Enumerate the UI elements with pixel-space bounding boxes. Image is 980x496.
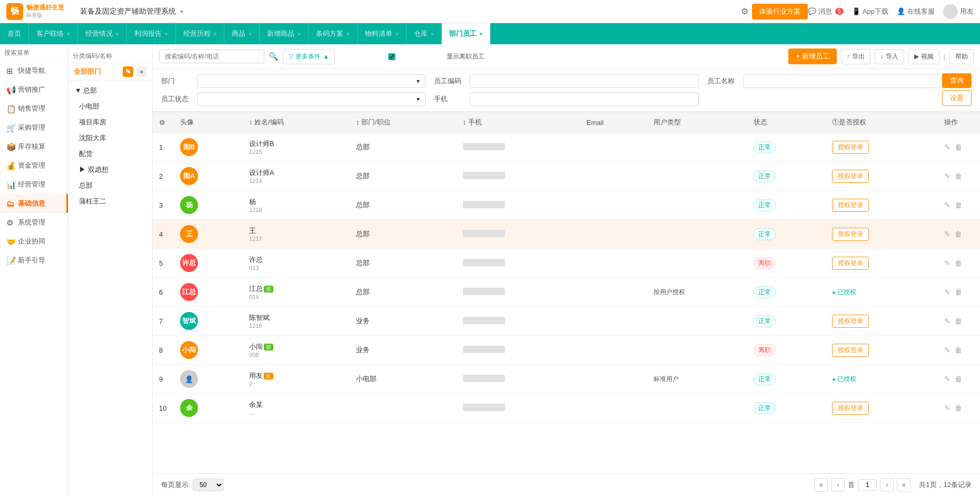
- auth-login-button[interactable]: 授权登录: [832, 257, 869, 270]
- dept-node-puzhuwanger[interactable]: 蒲柱王二: [68, 193, 152, 209]
- dept-node-zongbu2[interactable]: 总部: [68, 178, 152, 193]
- dropdown-arrow-icon[interactable]: ▾: [180, 8, 183, 15]
- show-resigned-checkbox[interactable]: [339, 53, 444, 60]
- nav-tab-客户联络[interactable]: 客户联络×: [29, 23, 78, 44]
- auth-login-button[interactable]: 授权登录: [832, 228, 869, 241]
- sidebar-item-collab[interactable]: 🤝企业协同: [0, 232, 68, 251]
- auth-login-button[interactable]: 授权登录: [832, 170, 869, 183]
- dept-node-zongbu-root[interactable]: ▼ 总部: [68, 83, 152, 99]
- dept-filter-select[interactable]: ▾: [197, 74, 425, 88]
- edit-icon[interactable]: ✎: [944, 259, 951, 267]
- close-tab-icon[interactable]: ×: [67, 31, 70, 37]
- edit-icon[interactable]: ✎: [944, 375, 951, 383]
- sidebar-item-finance[interactable]: 💰资金管理: [0, 156, 68, 175]
- nav-tab-部门员工[interactable]: 部门员工×: [442, 23, 491, 44]
- prev-page-button[interactable]: ‹: [831, 478, 845, 492]
- message-button[interactable]: 💬 消息 5: [808, 7, 844, 16]
- close-tab-icon[interactable]: ×: [116, 31, 119, 37]
- sidebar-item-quick-nav[interactable]: ⊞快捷导航: [0, 61, 68, 80]
- import-button[interactable]: ↓ 导入: [875, 49, 904, 64]
- delete-icon[interactable]: 🗑: [955, 317, 962, 325]
- dept-collapse-icon[interactable]: «: [136, 66, 147, 77]
- last-page-button[interactable]: »: [897, 478, 910, 492]
- auth-login-button[interactable]: 授权登录: [832, 402, 869, 415]
- show-resigned-check[interactable]: 显示离职员工: [339, 52, 484, 61]
- edit-icon[interactable]: ✎: [944, 288, 951, 296]
- delete-icon[interactable]: 🗑: [955, 259, 962, 267]
- close-tab-icon[interactable]: ×: [298, 31, 301, 37]
- add-employee-button[interactable]: + 新增员工: [788, 48, 836, 64]
- help-button[interactable]: 帮助: [949, 49, 974, 64]
- edit-icon[interactable]: ✎: [944, 201, 951, 209]
- dept-search-input[interactable]: [73, 52, 152, 60]
- nav-tab-商品[interactable]: 商品×: [224, 23, 260, 44]
- employee-search-icon[interactable]: 🔍: [269, 52, 279, 61]
- page-number-input[interactable]: [858, 479, 877, 491]
- trial-button[interactable]: 体验行业方案: [752, 4, 808, 20]
- app-download-button[interactable]: 📱 App下载: [852, 7, 888, 16]
- sidebar-item-system[interactable]: ⚙系统管理: [0, 213, 68, 232]
- nav-tab-经营情况[interactable]: 经营情况×: [78, 23, 127, 44]
- delete-icon[interactable]: 🗑: [955, 346, 962, 354]
- nav-tab-新增商品[interactable]: 新增商品×: [260, 23, 309, 44]
- dept-node-shenyangshe[interactable]: 沈阳大库: [68, 130, 152, 146]
- close-tab-icon[interactable]: ×: [214, 31, 217, 37]
- col-name[interactable]: ↕ 姓名/编码: [243, 112, 350, 133]
- close-tab-icon[interactable]: ×: [165, 31, 168, 37]
- col-settings[interactable]: ⚙: [153, 112, 174, 133]
- dept-node-shuangluse[interactable]: ▶ 双虑想: [68, 162, 152, 178]
- sidebar-item-sales[interactable]: 📋销售管理: [0, 99, 68, 118]
- auth-login-button[interactable]: 授权登录: [832, 344, 869, 357]
- col-dept[interactable]: ↕ 部门/职位: [350, 112, 457, 133]
- auth-login-button[interactable]: 授权登录: [832, 199, 869, 212]
- sidebar-item-purchase[interactable]: 🛒采购管理: [0, 118, 68, 137]
- nav-tab-经营历程[interactable]: 经营历程×: [176, 23, 225, 44]
- dept-node-peihuo[interactable]: 配货: [68, 146, 152, 162]
- online-service-button[interactable]: 👤 在线客服: [897, 7, 935, 16]
- close-tab-icon[interactable]: ×: [431, 31, 434, 37]
- sidebar-item-guide[interactable]: 📝新手引导: [0, 251, 68, 270]
- video-button[interactable]: ▶ 视频: [908, 49, 939, 64]
- phone-filter-input[interactable]: [470, 92, 698, 106]
- sidebar-item-base[interactable]: 🗂基础信息: [0, 194, 68, 213]
- dept-node-xiangmuku[interactable]: 项目库房: [68, 114, 152, 130]
- nav-tab-利润报告[interactable]: 利润报告×: [127, 23, 176, 44]
- close-tab-icon[interactable]: ×: [480, 31, 483, 37]
- edit-icon[interactable]: ✎: [944, 346, 951, 354]
- delete-icon[interactable]: 🗑: [955, 375, 962, 383]
- page-size-select[interactable]: 50 20 100: [193, 479, 224, 491]
- dept-node-xiaodiandu[interactable]: 小电部: [68, 99, 152, 114]
- reset-button[interactable]: 设置: [942, 90, 972, 106]
- delete-icon[interactable]: 🗑: [955, 201, 962, 209]
- sidebar-search-input[interactable]: [4, 49, 68, 56]
- employee-search-input[interactable]: [159, 50, 264, 63]
- nav-tab-物料清单[interactable]: 物料清单×: [358, 23, 407, 44]
- more-conditions-button[interactable]: ▽ 更多条件 ▲: [283, 49, 335, 64]
- nav-tab-仓库[interactable]: 仓库×: [407, 23, 442, 44]
- edit-icon[interactable]: ✎: [944, 143, 951, 151]
- close-tab-icon[interactable]: ×: [249, 31, 252, 37]
- nav-tab-条码方案[interactable]: 条码方案×: [309, 23, 358, 44]
- sidebar-item-marketing[interactable]: 📢营销推广: [0, 80, 68, 99]
- delete-icon[interactable]: 🗑: [955, 288, 962, 296]
- next-page-button[interactable]: ›: [880, 478, 894, 492]
- dept-edit-icon[interactable]: ✎: [123, 66, 133, 77]
- export-button[interactable]: ↑ 导出: [841, 49, 870, 64]
- emp-name-filter-input[interactable]: [743, 74, 972, 88]
- delete-icon[interactable]: 🗑: [955, 143, 962, 151]
- status-filter-select[interactable]: ▾: [197, 92, 425, 106]
- edit-icon[interactable]: ✎: [944, 172, 951, 180]
- user-menu-button[interactable]: 用友: [943, 4, 974, 19]
- col-phone[interactable]: ↕ 手机: [457, 112, 580, 133]
- edit-icon[interactable]: ✎: [944, 230, 951, 238]
- query-button[interactable]: 查询: [942, 73, 972, 88]
- delete-icon[interactable]: 🗑: [955, 230, 962, 238]
- auth-login-button[interactable]: 授权登录: [832, 315, 869, 328]
- edit-icon[interactable]: ✎: [944, 404, 951, 412]
- delete-icon[interactable]: 🗑: [955, 404, 962, 412]
- close-tab-icon[interactable]: ×: [347, 31, 350, 37]
- first-page-button[interactable]: «: [814, 478, 828, 492]
- sidebar-item-inventory[interactable]: 📦库存核算: [0, 137, 68, 156]
- sidebar-item-operation[interactable]: 📊经营管理: [0, 175, 68, 194]
- emp-code-filter-input[interactable]: [470, 74, 698, 88]
